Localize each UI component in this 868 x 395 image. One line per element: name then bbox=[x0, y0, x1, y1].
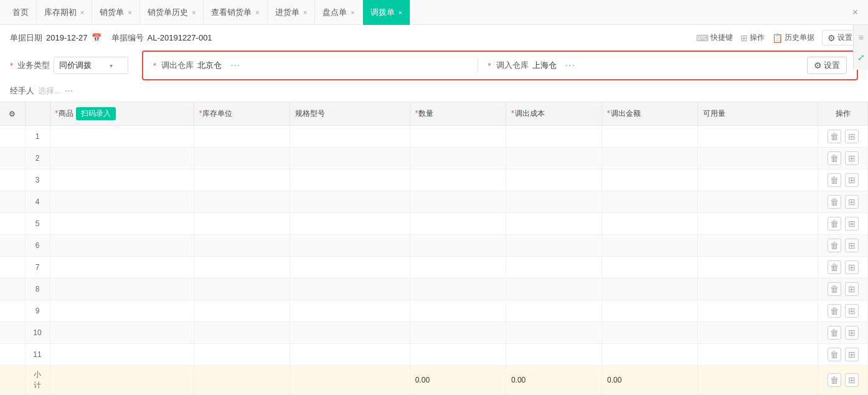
row-cost-cell[interactable] bbox=[506, 278, 601, 300]
delete-row-button[interactable]: 🗑 bbox=[828, 151, 841, 165]
row-product-cell[interactable] bbox=[50, 322, 194, 344]
row-cost-cell[interactable] bbox=[506, 322, 601, 344]
doc-date-value[interactable]: 2019-12-27 bbox=[46, 33, 88, 42]
close-inventory-init-icon[interactable]: × bbox=[80, 9, 84, 16]
row-amount-cell[interactable] bbox=[602, 126, 698, 148]
row-unit-cell[interactable] bbox=[194, 344, 290, 366]
biz-type-select[interactable]: 同价调拨 ▾ bbox=[54, 57, 128, 74]
copy-row-button[interactable]: ⊞ bbox=[845, 326, 859, 340]
row-cost-cell[interactable] bbox=[506, 169, 601, 191]
warehouse-out-value[interactable]: 北京仓 bbox=[197, 60, 222, 71]
delete-row-button[interactable]: 🗑 bbox=[828, 239, 841, 252]
row-qty-cell[interactable] bbox=[410, 213, 506, 235]
row-amount-cell[interactable] bbox=[602, 235, 698, 257]
copy-row-button[interactable]: ⊞ bbox=[845, 130, 859, 143]
row-amount-cell[interactable] bbox=[602, 300, 698, 322]
close-transfer-order-icon[interactable]: × bbox=[399, 9, 402, 16]
column-gear[interactable]: ⚙ bbox=[0, 102, 25, 126]
tab-purchase-order[interactable]: 进货单 × bbox=[268, 0, 315, 25]
row-product-cell[interactable] bbox=[50, 191, 194, 213]
copy-row-button[interactable]: ⊞ bbox=[845, 282, 859, 296]
row-unit-cell[interactable] bbox=[194, 126, 290, 148]
row-available-cell[interactable] bbox=[698, 322, 818, 344]
subtotal-copy-button[interactable]: ⊞ bbox=[845, 373, 859, 387]
row-spec-cell[interactable] bbox=[290, 126, 410, 148]
row-cost-cell[interactable] bbox=[506, 148, 601, 169]
copy-row-button[interactable]: ⊞ bbox=[845, 151, 859, 165]
row-cost-cell[interactable] bbox=[506, 300, 601, 322]
row-cost-cell[interactable] bbox=[506, 235, 601, 257]
calendar-icon[interactable]: 📅 bbox=[92, 33, 101, 42]
row-unit-cell[interactable] bbox=[194, 300, 290, 322]
row-available-cell[interactable] bbox=[698, 213, 818, 235]
row-amount-cell[interactable] bbox=[602, 257, 698, 278]
close-view-sales-icon[interactable]: × bbox=[255, 9, 259, 16]
delete-row-button[interactable]: 🗑 bbox=[828, 348, 841, 361]
row-unit-cell[interactable] bbox=[194, 148, 290, 169]
agent-more-button[interactable]: ··· bbox=[65, 85, 73, 97]
row-spec-cell[interactable] bbox=[290, 213, 410, 235]
close-all-tabs-button[interactable]: × bbox=[847, 7, 863, 18]
row-amount-cell[interactable] bbox=[602, 213, 698, 235]
row-spec-cell[interactable] bbox=[290, 191, 410, 213]
row-product-cell[interactable] bbox=[50, 300, 194, 322]
row-spec-cell[interactable] bbox=[290, 300, 410, 322]
scan-button[interactable]: 扫码录入 bbox=[76, 107, 116, 120]
row-qty-cell[interactable] bbox=[410, 235, 506, 257]
row-available-cell[interactable] bbox=[698, 148, 818, 169]
row-unit-cell[interactable] bbox=[194, 191, 290, 213]
row-cost-cell[interactable] bbox=[506, 344, 601, 366]
row-product-cell[interactable] bbox=[50, 213, 194, 235]
row-available-cell[interactable] bbox=[698, 126, 818, 148]
row-qty-cell[interactable] bbox=[410, 300, 506, 322]
row-product-cell[interactable] bbox=[50, 278, 194, 300]
row-qty-cell[interactable] bbox=[410, 278, 506, 300]
row-qty-cell[interactable] bbox=[410, 322, 506, 344]
doc-no-value[interactable]: AL-20191227-001 bbox=[148, 33, 212, 42]
row-available-cell[interactable] bbox=[698, 169, 818, 191]
row-unit-cell[interactable] bbox=[194, 322, 290, 344]
copy-row-button[interactable]: ⊞ bbox=[845, 304, 859, 318]
delete-row-button[interactable]: 🗑 bbox=[828, 326, 841, 340]
delete-row-button[interactable]: 🗑 bbox=[828, 195, 841, 209]
row-amount-cell[interactable] bbox=[602, 191, 698, 213]
row-spec-cell[interactable] bbox=[290, 344, 410, 366]
close-sales-order-icon[interactable]: × bbox=[128, 9, 131, 16]
row-cost-cell[interactable] bbox=[506, 191, 601, 213]
row-qty-cell[interactable] bbox=[410, 257, 506, 278]
delete-row-button[interactable]: 🗑 bbox=[828, 282, 841, 296]
row-unit-cell[interactable] bbox=[194, 278, 290, 300]
row-amount-cell[interactable] bbox=[602, 148, 698, 169]
right-expand-icon[interactable]: ⤢ bbox=[854, 50, 869, 65]
row-amount-cell[interactable] bbox=[602, 322, 698, 344]
copy-row-button[interactable]: ⊞ bbox=[845, 217, 859, 231]
close-inventory-check-icon[interactable]: × bbox=[351, 9, 354, 16]
tab-sales-history[interactable]: 销货单历史 × bbox=[140, 0, 204, 25]
history-button[interactable]: 📋 历史单据 bbox=[772, 32, 814, 43]
row-available-cell[interactable] bbox=[698, 191, 818, 213]
delete-row-button[interactable]: 🗑 bbox=[828, 260, 841, 274]
row-qty-cell[interactable] bbox=[410, 191, 506, 213]
row-product-cell[interactable] bbox=[50, 257, 194, 278]
warehouse-in-more-button[interactable]: ··· bbox=[565, 60, 575, 71]
warehouse-out-more-button[interactable]: ··· bbox=[230, 60, 240, 71]
row-unit-cell[interactable] bbox=[194, 235, 290, 257]
row-spec-cell[interactable] bbox=[290, 169, 410, 191]
tab-transfer-order[interactable]: 调拨单 × bbox=[363, 0, 410, 25]
row-available-cell[interactable] bbox=[698, 278, 818, 300]
row-unit-cell[interactable] bbox=[194, 213, 290, 235]
row-qty-cell[interactable] bbox=[410, 126, 506, 148]
row-available-cell[interactable] bbox=[698, 300, 818, 322]
close-sales-history-icon[interactable]: × bbox=[192, 9, 196, 16]
subtotal-delete-button[interactable]: 🗑 bbox=[828, 373, 841, 387]
row-qty-cell[interactable] bbox=[410, 169, 506, 191]
row-amount-cell[interactable] bbox=[602, 169, 698, 191]
row-cost-cell[interactable] bbox=[506, 257, 601, 278]
operations-button[interactable]: ⊞ 操作 bbox=[740, 32, 765, 43]
delete-row-button[interactable]: 🗑 bbox=[828, 304, 841, 318]
warehouse-setting-button[interactable]: ⚙ 设置 bbox=[807, 57, 847, 74]
copy-row-button[interactable]: ⊞ bbox=[845, 173, 859, 187]
row-spec-cell[interactable] bbox=[290, 257, 410, 278]
tab-sales-order[interactable]: 销货单 × bbox=[92, 0, 139, 25]
copy-row-button[interactable]: ⊞ bbox=[845, 239, 859, 252]
